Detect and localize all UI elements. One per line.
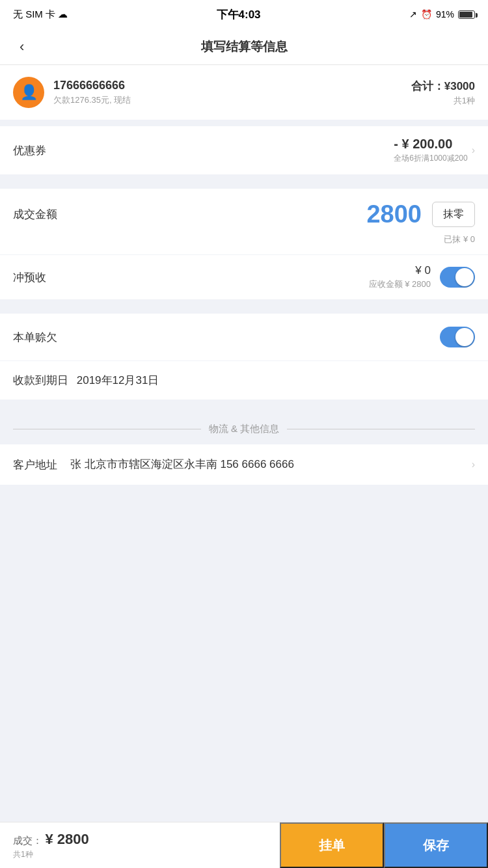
status-left: 无 SIM 卡 ☁	[13, 8, 68, 21]
user-info: 17666666666 欠款1276.35元, 现结	[53, 79, 131, 106]
address-section: 客户地址 张 北京市市辖区海淀区永丰南 156 6666 6666 ›	[0, 444, 488, 485]
bottom-deal-count: 共1种	[13, 849, 267, 860]
back-button[interactable]: ‹	[13, 32, 31, 62]
status-bar: 无 SIM 卡 ☁ 下午4:03 ↗ ⏰ 91%	[0, 0, 488, 29]
debt-toggle-knob	[455, 328, 474, 346]
gray-divider-2	[0, 306, 488, 314]
due-date-row: 收款到期日 2019年12月31日	[0, 360, 488, 400]
coupon-right: - ¥ 200.00 全场6折满1000减200 ›	[394, 137, 475, 164]
duedate-label: 收款到期日	[13, 374, 68, 387]
amount-row: 成交金额 2800 抹零	[0, 189, 488, 234]
prepay-amount: ¥ 0	[369, 264, 431, 277]
logistics-separator: 物流 & 其他信息	[0, 414, 488, 444]
prepay-row: 冲预收 ¥ 0 应收金额 ¥ 2800	[0, 254, 488, 299]
sep-line-left	[13, 429, 201, 429]
coupon-row[interactable]: 优惠券 - ¥ 200.00 全场6折满1000减200 ›	[0, 126, 488, 174]
address-row[interactable]: 客户地址 张 北京市市辖区海淀区永丰南 156 6666 6666 ›	[0, 444, 488, 485]
sep-line-right	[287, 429, 475, 429]
user-card: 👤 17666666666 欠款1276.35元, 现结 合计：¥3000 共1…	[0, 65, 488, 120]
amount-value: 2800	[366, 200, 422, 228]
prepay-toggle[interactable]	[440, 267, 475, 288]
status-right: ↗ ⏰ 91%	[409, 9, 475, 20]
prepay-sub: 应收金额 ¥ 2800	[369, 278, 431, 290]
prepay-info: ¥ 0 应收金额 ¥ 2800	[369, 264, 431, 290]
prepay-right: ¥ 0 应收金额 ¥ 2800	[369, 264, 475, 290]
total-count: 共1种	[411, 95, 475, 107]
battery-icon	[458, 10, 475, 19]
address-label: 客户地址	[13, 457, 57, 472]
amount-label: 成交金额	[13, 207, 57, 222]
user-phone: 17666666666	[53, 79, 131, 92]
no-sim-text: 无 SIM 卡 ☁	[13, 8, 68, 21]
user-sub: 欠款1276.35元, 现结	[53, 94, 131, 106]
address-chevron-icon: ›	[472, 459, 475, 470]
avatar-icon: 👤	[20, 84, 38, 101]
toggle-knob	[455, 268, 474, 286]
user-left: 👤 17666666666 欠款1276.35元, 现结	[13, 77, 131, 108]
bottom-deal-label: 成交：	[13, 835, 42, 846]
address-value: 张 北京市市辖区海淀区永丰南 156 6666 6666	[70, 456, 467, 473]
hold-button[interactable]: 挂单	[280, 822, 384, 868]
coupon-amount: - ¥ 200.00	[394, 137, 467, 152]
content: 👤 17666666666 欠款1276.35元, 现结 合计：¥3000 共1…	[0, 65, 488, 680]
status-time: 下午4:03	[217, 7, 261, 22]
bottom-deal-amount: ¥ 2800	[45, 831, 88, 847]
avatar: 👤	[13, 77, 44, 108]
amount-sub: 已抹 ¥ 0	[0, 234, 488, 254]
location-icon: ↗	[409, 9, 417, 20]
amount-right: 2800 抹零	[366, 200, 475, 228]
page-title: 填写结算等信息	[201, 38, 288, 55]
gray-divider-1	[0, 181, 488, 189]
bottom-space	[0, 491, 488, 621]
coupon-label: 优惠券	[13, 143, 46, 158]
alarm-icon: ⏰	[421, 9, 432, 20]
duedate-value: 2019年12月31日	[77, 374, 159, 387]
logistics-label: 物流 & 其他信息	[209, 423, 279, 435]
bottom-deal-row: 成交： ¥ 2800	[13, 831, 267, 848]
gray-divider-3	[0, 406, 488, 414]
battery-text: 91%	[436, 9, 454, 20]
total-amount: 合计：¥3000	[411, 79, 475, 94]
debt-row: 本单赊欠	[0, 314, 488, 360]
coupon-chevron-icon: ›	[472, 144, 475, 156]
nav-bar: ‹ 填写结算等信息	[0, 29, 488, 65]
save-button[interactable]: 保存	[384, 822, 488, 868]
prepay-label: 冲预收	[13, 270, 46, 285]
debt-section: 本单赊欠 收款到期日 2019年12月31日	[0, 314, 488, 400]
debt-label: 本单赊欠	[13, 330, 57, 345]
debt-toggle[interactable]	[440, 327, 475, 347]
amount-section: 成交金额 2800 抹零 已抹 ¥ 0 冲预收 ¥ 0 应收金额 ¥ 2800	[0, 189, 488, 299]
user-right: 合计：¥3000 共1种	[411, 79, 475, 107]
bottom-bar: 成交： ¥ 2800 共1种 挂单 保存	[0, 822, 488, 868]
bottom-info: 成交： ¥ 2800 共1种	[0, 822, 280, 868]
coupon-sub: 全场6折满1000减200	[394, 153, 467, 164]
round-button[interactable]: 抹零	[432, 202, 475, 227]
